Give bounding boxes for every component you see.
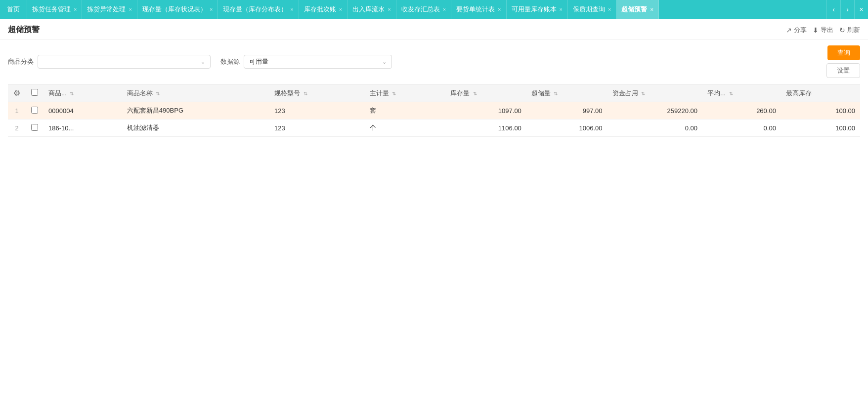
product-category-select[interactable]: ⌄ <box>38 55 211 69</box>
page-title: 超储预警 <box>8 25 40 35</box>
capital-header[interactable]: 资金占用 ⇅ <box>608 84 703 102</box>
max-stock-label: 最高库存 <box>786 89 812 97</box>
data-source-value: 可用量 <box>249 57 268 66</box>
row-max-stock: 100.00 <box>781 119 860 137</box>
spec-label: 规格型号 <box>274 89 300 97</box>
page-actions: ↗ 分享 ⬇ 导出 ↻ 刷新 <box>786 26 860 35</box>
tab-close-icon[interactable]: × <box>129 6 131 12</box>
row-checkbox-cell[interactable] <box>26 119 43 137</box>
export-button[interactable]: ⬇ 导出 <box>813 26 833 35</box>
query-button[interactable]: 查询 <box>827 45 860 60</box>
refresh-icon: ↻ <box>839 26 845 34</box>
page-content: 超储预警 ↗ 分享 ⬇ 导出 ↻ 刷新 商品分类 ⌄ 数据源 <box>0 19 868 395</box>
tab-quality-period[interactable]: 保质期查询 × <box>568 0 616 19</box>
nav-close-arrow[interactable]: × <box>854 0 868 19</box>
overstock-label: 超储量 <box>531 89 551 97</box>
sort-icon: ⇅ <box>156 91 160 96</box>
table-body: 1 0000004 六配套新昌490BPG 123 套 1097.00 997.… <box>8 102 860 137</box>
row-product-name: 机油滤清器 <box>122 119 269 137</box>
max-stock-header[interactable]: 最高库存 <box>781 84 860 102</box>
row-spec: 123 <box>269 119 365 137</box>
tab-close-icon[interactable]: × <box>210 6 213 12</box>
tab-inventory-status[interactable]: 现存量（库存状况表） × <box>137 0 218 19</box>
spec-header[interactable]: 规格型号 ⇅ <box>269 84 365 102</box>
capital-label: 资金占用 <box>612 89 638 97</box>
inventory-label: 库存量 <box>450 89 470 97</box>
tab-close-icon[interactable]: × <box>74 6 77 12</box>
home-tab[interactable]: 首页 <box>0 0 27 19</box>
tab-close-icon[interactable]: × <box>650 6 653 12</box>
row-checkbox[interactable] <box>31 107 38 114</box>
filter-bar: 商品分类 ⌄ 数据源 可用量 ⌄ 查询 设置 <box>0 40 868 84</box>
row-avg: 260.00 <box>702 102 781 119</box>
topbar: 首页 拣货任务管理 × 拣货异常处理 × 现存量（库存状况表） × 现存量（库存… <box>0 0 868 19</box>
table-row: 2 186-10... 机油滤清器 123 个 1106.00 1006.00 … <box>8 119 860 137</box>
settings-column-header: ⚙ <box>8 84 26 102</box>
tab-inout-flow[interactable]: 出入库流水 × <box>347 0 396 19</box>
sort-icon: ⇅ <box>641 91 645 96</box>
product-name-header[interactable]: 商品名称 ⇅ <box>122 84 269 102</box>
inventory-header[interactable]: 库存量 ⇅ <box>445 84 526 102</box>
table-container: ⚙ 商品... ⇅ 商品名称 ⇅ 规格型号 ⇅ <box>0 84 868 137</box>
tab-demand-stats[interactable]: 要货单统计表 × <box>451 0 506 19</box>
chevron-down-icon: ⌄ <box>201 59 205 65</box>
tab-close-icon[interactable]: × <box>388 6 391 12</box>
tab-receive-summary[interactable]: 收发存汇总表 × <box>396 0 451 19</box>
product-code-header[interactable]: 商品... ⇅ <box>43 84 122 102</box>
row-inventory: 1106.00 <box>445 119 526 137</box>
tab-close-icon[interactable]: × <box>608 6 611 12</box>
tab-close-icon[interactable]: × <box>290 6 293 12</box>
row-avg: 0.00 <box>702 119 781 137</box>
settings-button[interactable]: 设置 <box>826 63 860 78</box>
share-button[interactable]: ↗ 分享 <box>786 26 807 35</box>
export-icon: ⬇ <box>813 26 819 34</box>
refresh-button[interactable]: ↻ 刷新 <box>839 26 860 35</box>
sort-icon: ⇅ <box>70 91 74 96</box>
row-product-name: 六配套新昌490BPG <box>122 102 269 119</box>
product-category-value <box>43 57 49 66</box>
row-capital: 0.00 <box>608 119 703 137</box>
avg-label: 平均... <box>707 89 726 97</box>
row-unit: 套 <box>365 102 446 119</box>
tab-inventory-distribution[interactable]: 现存量（库存分布表） × <box>218 0 299 19</box>
sort-icon: ⇅ <box>473 91 477 96</box>
data-source-label: 数据源 <box>220 57 240 66</box>
row-overstock: 1006.00 <box>526 119 608 137</box>
row-checkbox[interactable] <box>31 124 38 131</box>
sort-icon: ⇅ <box>729 91 733 96</box>
sort-icon: ⇅ <box>392 91 396 96</box>
row-checkbox-cell[interactable] <box>26 102 43 119</box>
tab-close-icon[interactable]: × <box>339 6 342 12</box>
data-source-select[interactable]: 可用量 ⌄ <box>244 55 392 69</box>
select-all-checkbox[interactable] <box>31 89 38 96</box>
product-category-label: 商品分类 <box>8 57 34 66</box>
unit-header[interactable]: 主计量 ⇅ <box>365 84 446 102</box>
row-settings-cell: 1 <box>8 102 26 119</box>
tab-inventory-batch[interactable]: 库存批次账 × <box>299 0 347 19</box>
overstock-header[interactable]: 超储量 ⇅ <box>526 84 608 102</box>
nav-right-arrow[interactable]: › <box>840 0 854 19</box>
page-header: 超储预警 ↗ 分享 ⬇ 导出 ↻ 刷新 <box>0 19 868 40</box>
tab-close-icon[interactable]: × <box>560 6 563 12</box>
sort-icon: ⇅ <box>554 91 558 96</box>
checkbox-column-header <box>26 84 43 102</box>
table-row: 1 0000004 六配套新昌490BPG 123 套 1097.00 997.… <box>8 102 860 119</box>
tab-task-management[interactable]: 拣货任务管理 × <box>27 0 82 19</box>
tab-available-stock[interactable]: 可用量库存账本 × <box>507 0 568 19</box>
gear-icon[interactable]: ⚙ <box>13 89 20 97</box>
avg-header[interactable]: 平均... ⇅ <box>702 84 781 102</box>
row-spec: 123 <box>269 102 365 119</box>
tab-overstock-warning[interactable]: 超储预警 × <box>616 0 658 19</box>
nav-left-arrow[interactable]: ‹ <box>826 0 840 19</box>
row-product-code: 0000004 <box>43 102 122 119</box>
filter-action-buttons: 查询 设置 <box>826 45 860 78</box>
row-capital: 259220.00 <box>608 102 703 119</box>
tab-close-icon[interactable]: × <box>443 6 446 12</box>
row-num: 1 <box>15 107 18 115</box>
row-settings-cell: 2 <box>8 119 26 137</box>
row-unit: 个 <box>365 119 446 137</box>
tab-close-icon[interactable]: × <box>498 6 501 12</box>
table-header-row: ⚙ 商品... ⇅ 商品名称 ⇅ 规格型号 ⇅ <box>8 84 860 102</box>
tab-abnormal-processing[interactable]: 拣货异常处理 × <box>82 0 137 19</box>
row-overstock: 997.00 <box>526 102 608 119</box>
